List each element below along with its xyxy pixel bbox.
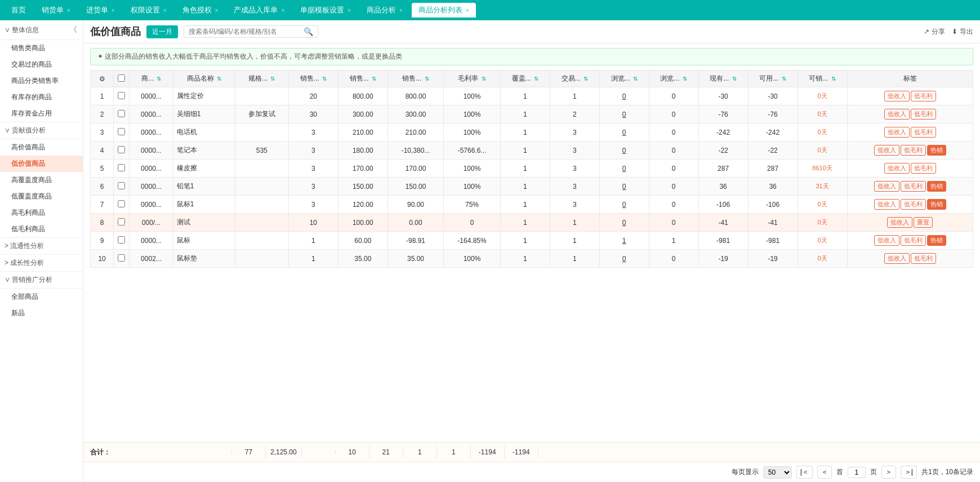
row-checkbox[interactable] <box>114 178 130 196</box>
nav-purchase[interactable]: 进货单 × <box>79 3 122 17</box>
row-checkbox[interactable] <box>114 232 130 250</box>
first-page-btn[interactable]: |＜ <box>796 466 813 479</box>
sidebar-item-category-sales[interactable]: 商品分类销售率 <box>0 73 83 89</box>
sidebar-item-low-coverage[interactable]: 低覆盖度商品 <box>0 188 83 205</box>
col-spec[interactable]: 规格... ⇅ <box>235 70 288 87</box>
row-checkbox-input[interactable] <box>118 146 125 153</box>
row-name[interactable]: 橡皮擦 <box>173 160 235 178</box>
sidebar-item-stock-products[interactable]: 有库存的商品 <box>0 89 83 105</box>
sidebar-item-traded-products[interactable]: 交易过的商品 <box>0 56 83 73</box>
row-name[interactable]: 笔记本 <box>173 141 235 160</box>
share-btn[interactable]: ↗ 分享 <box>924 27 945 37</box>
nav-roles[interactable]: 角色授权 × <box>176 3 225 17</box>
row-name[interactable]: 属性定价 <box>173 87 235 105</box>
sidebar-item-new-products[interactable]: 新品 <box>0 305 83 321</box>
row-name[interactable]: 吴细细1 <box>173 105 235 123</box>
row-name[interactable]: 鼠标垫 <box>173 250 235 268</box>
nav-purchase-close[interactable]: × <box>112 7 115 14</box>
row-view1[interactable]: 0 <box>599 196 649 214</box>
row-name[interactable]: 测试 <box>173 214 235 232</box>
row-checkbox-input[interactable] <box>118 164 125 171</box>
nav-product-entry-close[interactable]: × <box>281 7 284 14</box>
sidebar-collapse-btn[interactable]: 《 <box>68 24 78 36</box>
nav-roles-close[interactable]: × <box>215 7 219 14</box>
nav-permissions-close[interactable]: × <box>163 7 167 14</box>
search-icon[interactable]: 🔍 <box>304 27 313 36</box>
row-checkbox[interactable] <box>114 141 130 160</box>
nav-template[interactable]: 单据模板设置 × <box>293 3 358 17</box>
row-checkbox[interactable] <box>114 250 130 268</box>
col-coverage[interactable]: 覆盖... ⇅ <box>500 70 550 87</box>
row-view1[interactable]: 1 <box>599 232 649 250</box>
row-checkbox[interactable] <box>114 105 130 123</box>
sidebar-item-stock-capital[interactable]: 库存资金占用 <box>0 105 83 122</box>
search-input[interactable] <box>189 28 301 36</box>
row-checkbox[interactable] <box>114 196 130 214</box>
page-input[interactable] <box>848 467 866 478</box>
nav-template-close[interactable]: × <box>348 7 351 14</box>
row-checkbox-input[interactable] <box>118 128 125 135</box>
row-view1[interactable]: 0 <box>599 87 649 105</box>
row-checkbox[interactable] <box>114 123 130 141</box>
nav-sales[interactable]: 销货单 × <box>35 3 77 17</box>
sidebar-item-high-value[interactable]: 高价值商品 <box>0 139 83 156</box>
nav-product-analysis[interactable]: 商品分析 × <box>360 3 409 17</box>
col-view1[interactable]: 浏览... ⇅ <box>599 70 649 87</box>
row-checkbox[interactable] <box>114 87 130 105</box>
nav-product-analysis-close[interactable]: × <box>399 7 403 14</box>
sidebar-item-low-value[interactable]: 低价值商品 <box>0 156 83 172</box>
col-transaction[interactable]: 交易... ⇅ <box>550 70 599 87</box>
row-view1[interactable]: 0 <box>599 160 649 178</box>
next-page-btn[interactable]: ＞ <box>881 466 896 479</box>
col-settings[interactable]: ⚙ <box>91 70 114 87</box>
col-code[interactable]: 商... ⇅ <box>130 70 173 87</box>
sidebar-item-high-margin[interactable]: 高毛利商品 <box>0 205 83 221</box>
filter-btn[interactable]: 近一月 <box>146 25 178 38</box>
sidebar-item-sales-products[interactable]: 销售类商品 <box>0 40 83 56</box>
row-checkbox-input[interactable] <box>118 182 125 189</box>
row-checkbox-input[interactable] <box>118 236 125 244</box>
col-available-stock[interactable]: 可用... ⇅ <box>748 70 798 87</box>
sidebar-item-high-coverage[interactable]: 高覆盖度商品 <box>0 172 83 188</box>
nav-product-entry[interactable]: 产成品入库单 × <box>227 3 291 17</box>
sidebar-item-low-margin[interactable]: 低毛利商品 <box>0 221 83 237</box>
col-sale-qty[interactable]: 销售... ⇅ <box>288 70 338 87</box>
nav-product-analysis-list-close[interactable]: × <box>466 7 469 14</box>
page-size-select[interactable]: 50 100 200 <box>763 466 792 479</box>
row-view1[interactable]: 0 <box>599 214 649 232</box>
sidebar-item-all-products[interactable]: 全部商品 <box>0 289 83 305</box>
row-view1[interactable]: 0 <box>599 123 649 141</box>
nav-permissions[interactable]: 权限设置 × <box>124 3 173 17</box>
row-checkbox-input[interactable] <box>118 110 125 117</box>
row-checkbox[interactable] <box>114 214 130 232</box>
export-btn[interactable]: ⬇ 导出 <box>952 27 973 37</box>
col-view2[interactable]: 浏览... ⇅ <box>649 70 698 87</box>
row-view1[interactable]: 0 <box>599 105 649 123</box>
row-name[interactable]: 铅笔1 <box>173 178 235 196</box>
prev-page-btn[interactable]: ＜ <box>817 466 832 479</box>
col-gross-margin[interactable]: 毛利率 ⇅ <box>444 70 501 87</box>
col-current-stock[interactable]: 现有... ⇅ <box>698 70 748 87</box>
row-name[interactable]: 电话机 <box>173 123 235 141</box>
nav-sales-close[interactable]: × <box>67 7 70 14</box>
table-row: 70000...鼠标13120.0090.0075%1300-106-1060天… <box>91 196 973 214</box>
last-page-btn[interactable]: ＞| <box>901 466 917 479</box>
row-view1[interactable]: 0 <box>599 178 649 196</box>
row-view1[interactable]: 0 <box>599 141 649 160</box>
col-sale-amount[interactable]: 销售... ⇅ <box>387 70 443 87</box>
row-checkbox-input[interactable] <box>118 200 125 207</box>
row-name[interactable]: 鼠标1 <box>173 196 235 214</box>
select-all-checkbox[interactable] <box>118 74 125 82</box>
row-checkbox-input[interactable] <box>118 218 125 225</box>
nav-product-analysis-list[interactable]: 商品分析列表 × <box>412 3 476 17</box>
col-sellable[interactable]: 可销... ⇅ <box>798 70 847 87</box>
nav-home[interactable]: 首页 <box>5 3 33 17</box>
row-view1[interactable]: 0 <box>599 250 649 268</box>
row-checkbox[interactable] <box>114 160 130 178</box>
col-sale-price[interactable]: 销售... ⇅ <box>338 70 387 87</box>
row-name[interactable]: 鼠标 <box>173 232 235 250</box>
col-checkbox[interactable] <box>114 70 130 87</box>
row-checkbox-input[interactable] <box>118 254 125 262</box>
col-name[interactable]: 商品名称 ⇅ <box>173 70 235 87</box>
row-checkbox-input[interactable] <box>118 92 125 99</box>
